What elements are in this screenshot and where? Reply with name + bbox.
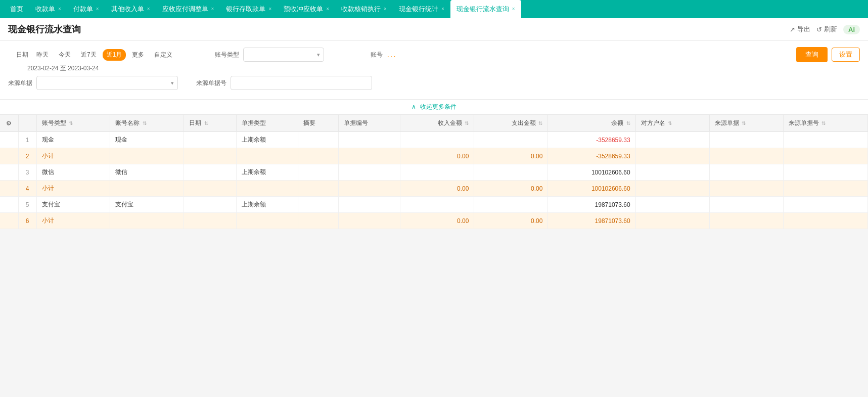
th-counterpart[interactable]: 对方户名 ⇅ [635,115,709,132]
th-date[interactable]: 日期 ⇅ [184,115,236,132]
row-doc-num [339,181,400,197]
row-counterpart [635,197,709,213]
nav-bank-deposit[interactable]: 银行存取款单 × [220,0,278,18]
date-btn-1month[interactable]: 近1月 [103,49,126,61]
nav-receipt[interactable]: 收款单 × [29,0,67,18]
date-btn-custom[interactable]: 自定义 [150,49,176,61]
sort-account-name-icon: ⇅ [143,120,147,126]
date-range-display: 2023-02-24 至 2023-03-24 [27,65,99,72]
th-account-type[interactable]: 账号类型 ⇅ [36,115,110,132]
th-summary[interactable]: 摘要 [298,115,339,132]
row-doc-num [339,213,400,229]
row-source-doc [709,213,783,229]
nav-home[interactable]: 首页 [4,0,29,18]
date-btn-more[interactable]: 更多 [128,49,148,61]
th-source-doc-num[interactable]: 来源单据号 ⇅ [783,115,867,132]
th-account-name[interactable]: 账号名称 ⇅ [110,115,184,132]
date-label: 日期 [8,51,28,59]
nav-advance[interactable]: 预收冲应收单 × [278,0,335,18]
row-account-type: 小计 [36,181,110,197]
row-source-doc [709,181,783,197]
query-button[interactable]: 查询 [796,47,828,62]
row-balance: 100102606.60 [548,164,635,181]
sort-source-doc-icon: ⇅ [742,120,746,126]
date-btn-today[interactable]: 今天 [55,49,75,61]
close-payment-icon[interactable]: × [96,0,99,18]
row-source-doc-num [783,197,867,213]
account-type-label: 账号类型 [215,51,239,59]
row-account-type: 小计 [36,213,110,229]
th-doc-num[interactable]: 单据编号 [339,115,400,132]
source-doc-num-input[interactable] [231,76,372,90]
close-cash-flow-icon[interactable]: × [512,0,515,18]
account-type-select-wrapper [243,48,324,62]
nav-adjustment[interactable]: 应收应付调整单 × [156,0,220,18]
row-doc-num [339,148,400,164]
table-row[interactable]: 1 现金 现金 上期余额 -3528659.33 [0,132,868,148]
nav-cash-flow-query[interactable]: 现金银行流水查询 × [450,0,521,18]
th-source-doc[interactable]: 来源单据 ⇅ [709,115,783,132]
source-doc-num-label: 来源单据号 [196,79,226,87]
row-expense [474,164,548,181]
close-other-income-icon[interactable]: × [147,0,150,18]
table-row[interactable]: 4 小计 0.00 0.00 100102606.60 [0,181,868,197]
page-header: 现金银行流水查询 ↗ 导出 ↺ 刷新 Ai [0,18,868,41]
account-label: 账号 [362,51,383,59]
source-doc-select[interactable] [36,76,178,90]
export-icon: ↗ [790,26,795,33]
nav-other-income[interactable]: 其他收入单 × [105,0,156,18]
row-balance: 100102606.60 [548,181,635,197]
table-row[interactable]: 3 微信 微信 上期余额 100102606.60 [0,164,868,181]
table-row[interactable]: 5 支付宝 支付宝 上期余额 19871073.60 [0,197,868,213]
settings-button[interactable]: 设置 [832,48,860,62]
table-row[interactable]: 6 小计 0.00 0.00 19871073.60 [0,213,868,229]
th-balance[interactable]: 余额 ⇅ [548,115,635,132]
row-account-name [110,181,184,197]
row-gear [0,197,18,213]
top-navigation: 首页 收款单 × 付款单 × 其他收入单 × 应收应付调整单 × 银行存取款单 … [0,0,868,18]
th-expense[interactable]: 支出金额 ⇅ [474,115,548,132]
close-collection-icon[interactable]: × [384,0,387,18]
date-btn-yesterday[interactable]: 昨天 [32,49,53,61]
row-date [184,197,236,213]
source-doc-select-wrapper [36,76,178,90]
filter-area: 日期 昨天 今天 近7天 近1月 更多 自定义 账号类型 账号 ... [0,41,868,100]
date-btn-7days[interactable]: 近7天 [77,49,101,61]
collapse-bar[interactable]: ∧ 收起更多条件 [0,100,868,115]
row-summary [298,164,339,181]
row-expense [474,132,548,148]
close-receipt-icon[interactable]: × [58,0,61,18]
ai-button[interactable]: Ai [843,25,860,34]
row-source-doc [709,164,783,181]
row-num: 6 [18,213,36,229]
date-quick-buttons: 昨天 今天 近7天 近1月 更多 自定义 [32,49,176,61]
close-bank-deposit-icon[interactable]: × [268,0,271,18]
th-gear[interactable]: ⚙ [0,115,18,132]
row-source-doc-num [783,148,867,164]
refresh-button[interactable]: ↺ 刷新 [816,25,837,34]
row-account-type: 小计 [36,148,110,164]
account-ellipsis[interactable]: ... [387,50,396,59]
row-doc-num [339,132,400,148]
account-type-filter-group: 账号类型 [215,48,324,62]
th-num [18,115,36,132]
row-num: 2 [18,148,36,164]
nav-cash-stats[interactable]: 现金银行统计 × [393,0,450,18]
table-row[interactable]: 2 小计 0.00 0.00 -3528659.33 [0,148,868,164]
table-container: ⚙ 账号类型 ⇅ 账号名称 ⇅ 日期 ⇅ 单据类型 摘要 [0,115,868,229]
nav-payment[interactable]: 付款单 × [67,0,105,18]
account-type-select[interactable] [243,48,324,62]
th-doc-type[interactable]: 单据类型 [236,115,298,132]
close-adjustment-icon[interactable]: × [211,0,214,18]
close-cash-stats-icon[interactable]: × [441,0,444,18]
row-balance: -3528659.33 [548,132,635,148]
nav-collection[interactable]: 收款核销执行 × [335,0,393,18]
source-doc-filter-group: 来源单据 [8,76,178,90]
row-summary [298,132,339,148]
export-button[interactable]: ↗ 导出 [790,25,810,34]
close-advance-icon[interactable]: × [326,0,329,18]
filter-row-1: 日期 昨天 今天 近7天 近1月 更多 自定义 账号类型 账号 ... [8,47,860,62]
row-counterpart [635,213,709,229]
th-income[interactable]: 收入金额 ⇅ [400,115,474,132]
row-summary [298,181,339,197]
